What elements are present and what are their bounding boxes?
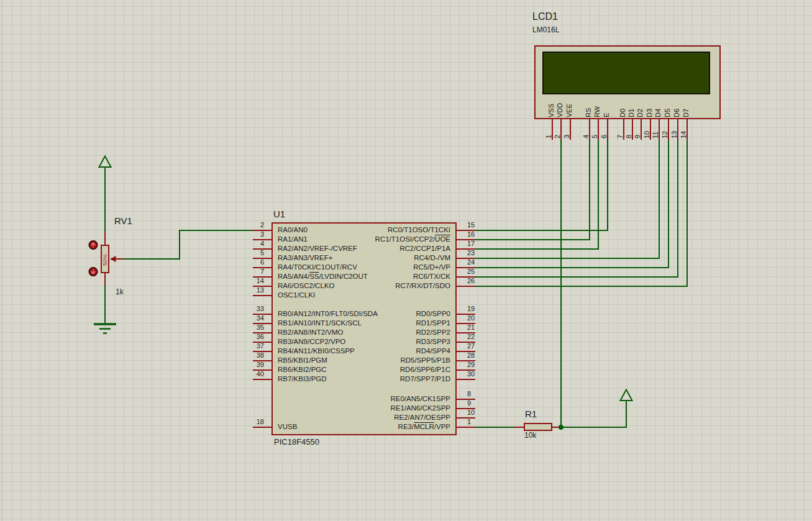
lcd-pin-number: 13 [670,131,678,138]
u1-pin-stub[interactable] [457,379,475,380]
lcd-pin-number: 14 [680,131,687,138]
u1-pin-number: 33 [245,305,264,313]
u1-pin-label: RC5/D+/VP [298,263,450,272]
u1-pin-number: 15 [467,221,486,229]
power-symbol[interactable] [99,156,111,168]
lcd-pin-label: RW [593,106,601,117]
u1-pin-number: 10 [467,409,486,417]
u1-pin-stub[interactable] [457,427,475,428]
power-symbol[interactable] [621,390,632,401]
u1-pin-number: 36 [245,333,264,341]
u1-pin-number: 8 [467,390,486,398]
u1-pin-label: RD2/SPP2 [298,328,450,337]
u1-pin-number: 34 [245,314,264,322]
lcd-pin-label: D7 [682,109,690,117]
lcd-pin-label: VSS [547,104,555,117]
lcd-pin-label: VDD [556,103,563,117]
u1-pin-label: RD6/SPP6/P1C [298,365,450,374]
lcd-pin-number: 4 [582,135,590,138]
lcd-pin-label: D4 [654,109,662,117]
lcd-pin-number: 11 [652,132,659,138]
u1-pin-number: 40 [245,370,264,378]
u1-pin-number: 1 [467,418,486,426]
u1-pin-number: 6 [245,258,264,266]
lcd-pin-label: RS [585,108,592,117]
u1-pin-label: RD0/SPP0 [298,309,450,319]
u1-pin-number: 18 [245,418,264,426]
u1-pin-number: 16 [467,230,486,238]
u1-pin-label: RE0/AN5/CK1SPP [298,394,450,404]
u1-pin-label: RD5/SPP5/P1B [298,356,450,365]
lcd-pin-number: 7 [616,135,624,138]
u1-pin-number: 5 [245,249,264,257]
lcd-pin-number: 2 [554,135,561,138]
u1-pin-label: RC1/T1OSI/CCP2/UOE [298,235,450,244]
u1-pin-stub[interactable] [253,295,271,296]
u1-pin-number: 4 [245,240,264,248]
u1-pin-number: 24 [467,258,486,266]
lcd-pin-label: E [603,113,610,117]
u1-pin-label: RC0/T1OSO/T1CKI [298,225,450,235]
u1-pin-number: 7 [245,268,264,276]
u1-pin-number: 27 [467,342,486,350]
u1-pin-label: RD4/SPP4 [298,347,450,356]
u1-pin-label: RE1/AN6/CK2SPP [298,404,450,413]
u1-pin-label: RC2/CCP1/P1A [298,244,450,253]
u1-pin-number: 37 [245,342,264,350]
u1-pin-label: RD7/SPP7/P1D [298,374,450,384]
u1-pin-number: 17 [467,240,486,248]
u1-pin-number: 39 [245,361,264,369]
lcd-pin-number: 10 [643,131,650,138]
u1-pin-number: 2 [245,221,264,229]
lcd-pin-number: 1 [545,135,552,138]
u1-pin-label: RE2/AN7/OESPP [298,413,450,422]
u1-pin-number: 13 [245,286,264,294]
lcd-pin-label: D1 [627,109,635,117]
u1-pin-number: 3 [245,230,264,238]
u1-pin-number: 30 [467,370,486,378]
lcd-pin-label: D2 [636,109,644,117]
u1-pin-number: 25 [467,268,486,276]
u1-pin-label: RD1/SPP1 [298,319,450,328]
lcd-pin-label: D6 [673,109,680,117]
u1-pin-number: 14 [245,277,264,285]
u1-pin-label: RC7/RX/DT/SDO [298,281,450,291]
lcd-pin-number: 3 [563,135,570,138]
u1-pin-label: RC6/TX/CK [298,272,450,281]
lcd-pin-label: D0 [619,109,626,117]
u1-pin-label: RC4/D-/VM [298,253,450,263]
rv1-increase-button[interactable] [89,241,98,250]
rv1-wiper-arrow-icon [110,256,116,262]
u1-pin-stub[interactable] [253,379,271,380]
u1-pin-number: 38 [245,351,264,360]
u1-pin-number: 20 [467,314,486,322]
u1-pin-label: RE3/MCLR/VPP [298,422,450,432]
lcd-pin-number: 9 [634,135,641,138]
u1-pin-number: 9 [467,399,486,407]
schematic-canvas: U1 PIC18F4550 LCD1 LM016L RV1 1k 50% R1 … [0,0,812,521]
lcd-pin-label: D3 [645,109,653,117]
lcd-pin-number: 8 [625,135,632,138]
u1-pin-stub[interactable] [457,286,475,287]
lcd-pin-number: 6 [600,135,608,138]
u1-pin-number: 29 [467,361,486,369]
u1-pin-label: VUSB [278,422,297,432]
lcd-pin-label: D5 [664,109,671,117]
lcd-pin-number: 5 [591,135,598,138]
rv1-decrease-button[interactable] [89,268,98,276]
u1-pin-number: 35 [245,324,264,332]
ground-symbol[interactable] [94,324,116,333]
junction-dot [559,425,563,430]
u1-pin-number: 26 [467,277,486,285]
u1-pin-number: 22 [467,333,486,341]
u1-pin-label: OSC1/CLKI [278,291,315,300]
lcd-pin-label: VEE [565,104,573,117]
u1-pin-stub[interactable] [253,427,271,428]
u1-pin-number: 19 [467,305,486,313]
u1-pin-number: 23 [467,249,486,257]
u1-pin-number: 28 [467,351,486,360]
u1-pin-label: RD3/SPP3 [298,337,450,347]
lcd-pin-number: 12 [661,131,668,138]
u1-pin-number: 21 [467,324,486,332]
